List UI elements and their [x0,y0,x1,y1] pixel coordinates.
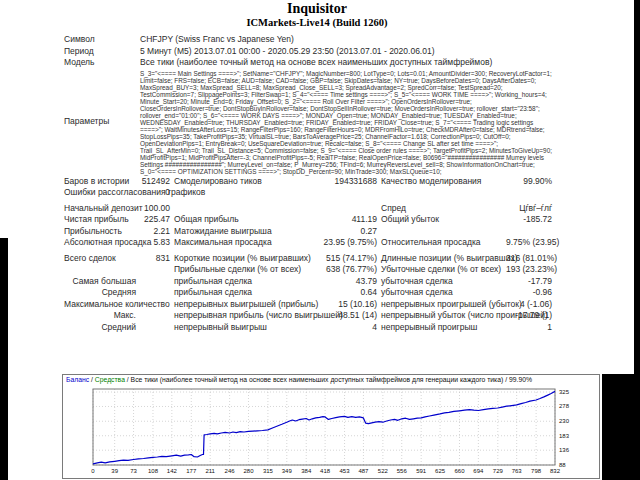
stat-label: Смоделировано тиков [172,176,317,188]
stat-value: 43.79 [317,276,379,288]
stat-value: 23.95 (9.75%) [317,237,379,249]
table-row: Баров в истории512492Смоделировано тиков… [62,176,554,188]
stat-value: CHFJPY (Swiss Franc vs Japanese Yen) [138,34,554,46]
stat-label: Матожидание выигрыша [172,226,317,238]
stat-label: Абсолютная просадка [62,237,138,249]
stat-label: прибыльная сделка [172,287,317,299]
x-axis-tick-label: 73 [130,468,137,474]
stat-label: прибыльная сделка [172,276,317,288]
report-title: Inquisitor [0,1,634,17]
stat-label: Максимальная просадка [172,237,317,249]
stat-label: непрерывных выигрышей (прибыль) [172,299,317,311]
x-axis-tick-label: 487 [358,468,369,474]
stat-label: непрерывная прибыль (число выигрышей) [172,310,317,322]
chart-legend-description: / Все тики (наиболее точный метод на осн… [125,376,532,383]
stat-value: 9.75% (23.95) [504,237,554,249]
stat-value: 225.47 [138,214,172,226]
table-row: Самая большаяприбыльная сделка43.79убыто… [62,276,554,288]
x-axis-tick-label: 763 [512,468,523,474]
stat-label [172,203,317,215]
plot-frame [93,389,555,465]
x-axis-tick-label: 211 [205,468,215,474]
y-axis-tick-label: 136 [559,447,570,453]
stat-value: 831 [138,253,172,265]
table-row: СимволCHFJPY (Swiss Franc vs Japanese Ye… [62,34,554,46]
table-row: Макс.непрерывная прибыль (число выигрыше… [62,310,554,322]
stat-label: Период [62,46,138,58]
stat-value: 411.19 [317,214,379,226]
stat-value: 5 Минут (M5) 2013.07.01 00:00 - 2020.05.… [138,46,554,58]
x-axis-tick-label: 349 [282,468,293,474]
stat-label: Модель [62,57,138,69]
legend-balance-label: Баланс [66,376,89,383]
stat-label: убыточная сделка [379,287,504,299]
stat-label [62,264,138,276]
stat-label: убыточная сделка [379,276,504,288]
table-row: Чистая прибыль225.47Общая прибыль411.19О… [62,214,554,226]
table-row: Прибыльные сделки (% от всех)638 (76.77%… [62,264,554,276]
x-axis-tick-label: 315 [263,468,274,474]
x-axis-tick-label: 694 [473,468,484,474]
stat-value [138,322,172,334]
y-axis-tick-label: 88 [559,462,566,468]
x-axis-tick-label: 108 [148,468,159,474]
x-axis-tick-label: 246 [225,468,236,474]
stat-value: 99.90% [504,176,554,188]
x-axis-tick-label: 418 [320,468,331,474]
x-axis-tick-label: 729 [493,468,504,474]
x-axis-tick-label: 591 [416,468,427,474]
stat-label: Средний [62,322,138,334]
stat-value [504,226,554,238]
y-axis-tick-label: 230 [559,418,570,424]
x-axis-tick-label: 453 [340,468,351,474]
stat-value [138,310,172,322]
stat-value: 194331688 [317,176,379,188]
stat-label: Убыточные сделки (% от всех) [379,264,504,276]
balance-chart: Баланс / Средства / Все тики (наиболее т… [62,374,600,479]
legend-equity-label: Средства [95,376,125,383]
stat-value [138,264,172,276]
stat-value [317,187,379,199]
stat-value [138,287,172,299]
table-row: ПараметрыS_3="<==== Main Settings ====>"… [62,69,554,176]
stat-value: 0.27 [317,226,379,238]
stat-label: Ошибки рассогласования графиков [62,187,138,199]
table-row: Абсолютная просадка5.83Максимальная прос… [62,237,554,249]
stat-label: непрерывный убыток (число проигрышей) [379,310,504,322]
stat-value: -185.72 [504,214,554,226]
stat-label: Прибыльные сделки (% от всех) [172,264,317,276]
stat-value: 4 [317,322,379,334]
stat-value: Все тики (наиболее точный метод на основ… [138,57,554,69]
stat-label: непрерывный выигрыш [172,322,317,334]
stat-value: 512492 [138,176,172,188]
stat-value [504,187,554,199]
stat-value: -0.96 [504,287,554,299]
stat-value: 2.21 [138,226,172,238]
stat-label: Символ [62,34,138,46]
x-axis-tick-label: 142 [167,468,178,474]
table-row: Всего сделок831Короткие позиции (% выигр… [62,253,554,265]
stat-label: Макс. [62,310,138,322]
stat-value: -17.79 [504,276,554,288]
stat-value: 100.00 [138,203,172,215]
stat-label: непрерывных проигрышей (убыток) [379,299,504,311]
table-row: Среднийнепрерывный выигрыш4непрерывный п… [62,322,554,334]
x-axis-tick-label: 384 [301,468,312,474]
y-axis-tick-label: 278 [559,403,570,409]
strategy-tester-report: Inquisitor ICMarkets-Live14 (Build 1260)… [0,0,640,480]
stat-label: Самая большая [62,276,138,288]
stat-label [379,187,504,199]
stat-value: 515 (74.17%) [317,253,379,265]
report-table: СимволCHFJPY (Swiss Franc vs Japanese Ye… [62,34,554,333]
stat-value [138,276,172,288]
stat-label: Спред [379,203,504,215]
stat-value: 316 (81.01%) [504,253,554,265]
stat-label: Баров в истории [62,176,138,188]
stat-label: Общий убыток [379,214,504,226]
x-axis-tick-label: 556 [397,468,408,474]
table-row: МодельВсе тики (наиболее точный метод на… [62,57,554,69]
stat-label: Прибыльность [62,226,138,238]
stat-value: 1 [504,322,554,334]
x-axis-tick-label: 798 [531,468,542,474]
stat-value: 638 (76.77%) [317,264,379,276]
